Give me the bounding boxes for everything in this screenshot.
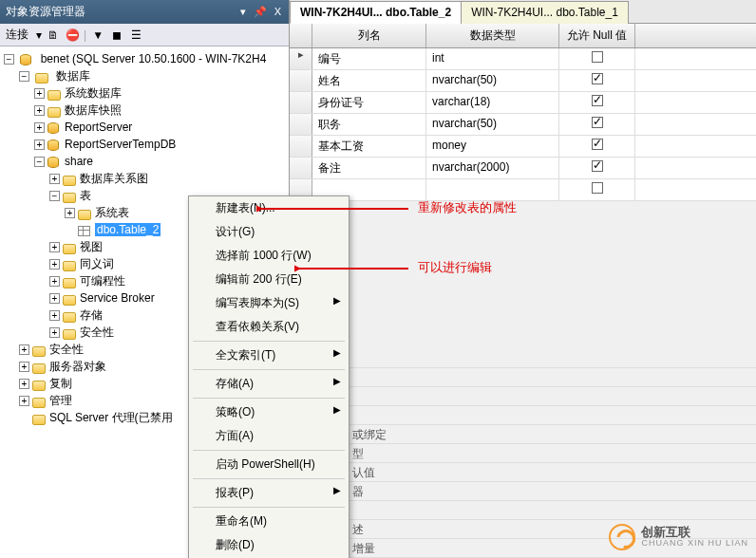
table-row[interactable]: 职务nvarchar(50) (290, 114, 756, 136)
tree-toggle[interactable]: + (49, 276, 60, 287)
col-header-nullable[interactable]: 允许 Null 值 (559, 24, 635, 47)
menu-new-table[interactable]: 新建表(N)... (189, 196, 349, 220)
cell-data-type[interactable]: varchar(18) (426, 92, 559, 113)
menu-select-top-1000[interactable]: 选择前 1000 行(W) (189, 244, 349, 268)
tab-table2[interactable]: WIN-7K2H4UI... dbo.Table_2 (290, 1, 462, 24)
menu-design[interactable]: 设计(G) (189, 220, 349, 244)
disconnect-icon[interactable]: ⛔ (65, 28, 80, 43)
tree-toggle[interactable]: − (49, 191, 60, 201)
tree-toggle[interactable]: + (34, 140, 45, 150)
tree-item[interactable]: 管理 (49, 394, 72, 407)
row-selector[interactable] (290, 92, 312, 113)
cell-column-name[interactable]: 姓名 (312, 70, 426, 91)
row-selector[interactable] (290, 114, 312, 135)
col-header-name[interactable]: 列名 (312, 24, 426, 47)
tree-item[interactable]: SQL Server 代理(已禁用 (49, 411, 173, 424)
cell-allow-null[interactable] (559, 158, 635, 178)
cell-allow-null[interactable] (559, 114, 635, 135)
table-row[interactable]: 基本工资money (290, 136, 756, 158)
tree-item[interactable]: 存储 (80, 308, 103, 322)
tree-item-databases[interactable]: 数据库 (56, 69, 90, 83)
tab-table1[interactable]: WIN-7K2H4UI... dbo.Table_1 (461, 1, 629, 24)
tree-toggle[interactable]: + (19, 379, 29, 389)
cell-allow-null[interactable] (559, 92, 635, 113)
tree-item[interactable]: 视图 (80, 240, 103, 253)
row-selector[interactable]: ▸ (290, 48, 312, 69)
tree-item-tables[interactable]: 表 (80, 189, 91, 202)
refresh-icon[interactable]: 🗎 (46, 28, 61, 43)
menu-script-table-as[interactable]: 编写表脚本为(S)▶ (189, 291, 349, 315)
tree-server-root[interactable]: benet (SQL Server 10.50.1600 - WIN-7K2H4 (41, 52, 267, 65)
cell-data-type[interactable]: int (426, 48, 559, 69)
checkbox-icon[interactable] (592, 117, 603, 128)
checkbox-icon[interactable] (592, 160, 603, 172)
tree-item[interactable]: ReportServer (65, 121, 132, 134)
row-selector[interactable] (290, 136, 312, 157)
tree-item[interactable]: ReportServerTempDB (65, 138, 176, 151)
cell-column-name[interactable]: 职务 (312, 114, 426, 135)
cell-data-type[interactable]: nvarchar(50) (426, 114, 559, 135)
table-row[interactable]: ▸编号int (290, 48, 756, 70)
tree-toggle[interactable]: + (19, 344, 29, 355)
tree-toggle[interactable]: + (49, 242, 60, 252)
cell-data-type[interactable]: nvarchar(2000) (426, 158, 559, 178)
tree-item[interactable]: 安全性 (49, 343, 84, 356)
menu-facets[interactable]: 方面(A) (189, 424, 349, 448)
cell-allow-null[interactable] (559, 48, 635, 69)
tree-item[interactable]: 可编程性 (80, 274, 125, 288)
menu-reports[interactable]: 报表(P)▶ (189, 481, 349, 505)
checkbox-icon[interactable] (592, 73, 603, 84)
checkbox-icon[interactable] (592, 51, 603, 63)
tree-item-table2-selected[interactable]: dbo.Table_2 (95, 223, 161, 236)
panel-pin-icon[interactable]: 📌 (252, 6, 269, 18)
cell-data-type[interactable]: nvarchar(50) (426, 70, 559, 91)
table-row[interactable]: 身份证号varchar(18) (290, 92, 756, 114)
menu-view-dependencies[interactable]: 查看依赖关系(V) (189, 315, 349, 339)
tree-item[interactable]: Service Broker (80, 291, 155, 305)
tree-toggle[interactable]: + (34, 105, 45, 116)
tree-item[interactable]: 数据库关系图 (80, 172, 148, 185)
tree-item[interactable]: 系统数据库 (65, 86, 122, 100)
table-row[interactable]: 姓名nvarchar(50) (290, 70, 756, 92)
tree-toggle[interactable]: + (49, 310, 60, 321)
filter-icon[interactable]: ▼ (90, 28, 105, 43)
tree-toggle[interactable]: + (65, 208, 75, 218)
tree-item[interactable]: 系统表 (95, 206, 129, 219)
tree-toggle[interactable]: − (34, 157, 45, 167)
menu-delete[interactable]: 删除(D) (189, 533, 349, 557)
tree-item[interactable]: 同义词 (80, 257, 114, 270)
tree-toggle[interactable]: + (19, 362, 29, 372)
tree-toggle[interactable]: − (4, 54, 14, 65)
tree-toggle[interactable]: + (49, 327, 60, 338)
checkbox-icon[interactable] (592, 139, 603, 150)
menu-storage[interactable]: 存储(A)▶ (189, 372, 349, 396)
row-selector[interactable] (290, 70, 312, 91)
connect-label[interactable]: 连接 (6, 27, 28, 43)
tree-toggle[interactable]: + (49, 293, 60, 304)
tree-item[interactable]: 服务器对象 (49, 360, 106, 373)
tree-item[interactable]: 安全性 (80, 326, 114, 339)
cell-allow-null[interactable] (559, 136, 635, 157)
row-selector[interactable] (290, 158, 312, 178)
menu-start-powershell[interactable]: 启动 PowerShell(H) (189, 453, 349, 476)
checkbox-icon[interactable] (592, 95, 603, 106)
cell-data-type[interactable]: money (426, 136, 559, 157)
tree-item[interactable]: 复制 (49, 377, 72, 390)
col-header-type[interactable]: 数据类型 (426, 24, 559, 47)
cell-column-name[interactable]: 编号 (312, 48, 426, 69)
tree-item-share[interactable]: share (65, 155, 93, 168)
menu-fulltext-index[interactable]: 全文索引(T)▶ (189, 344, 349, 367)
tree-toggle[interactable]: + (49, 174, 60, 184)
panel-close-icon[interactable]: X (273, 6, 283, 18)
cell-allow-null[interactable] (559, 70, 635, 91)
tree-toggle[interactable]: + (34, 122, 45, 133)
table-row[interactable]: 备注nvarchar(2000) (290, 158, 756, 179)
panel-dropdown-icon[interactable]: ▾ (238, 6, 248, 18)
connect-dropdown-icon[interactable]: ▾ (36, 28, 42, 42)
menu-edit-top-200[interactable]: 编辑前 200 行(E) (189, 268, 349, 291)
tree-toggle[interactable]: + (19, 396, 29, 406)
list-icon[interactable]: ☰ (128, 28, 143, 43)
cell-column-name[interactable]: 备注 (312, 158, 426, 178)
tree-toggle[interactable]: − (19, 71, 29, 82)
menu-rename[interactable]: 重命名(M) (189, 510, 349, 533)
